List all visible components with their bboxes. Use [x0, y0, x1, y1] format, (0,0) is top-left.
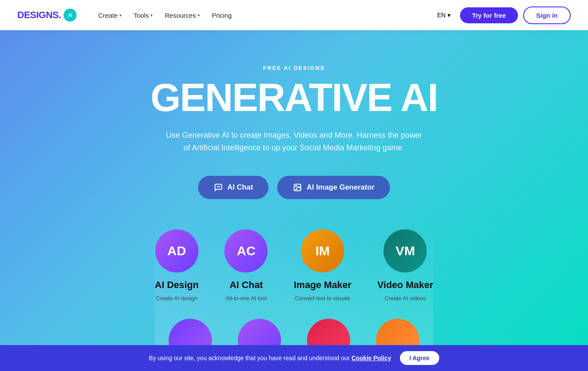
card-title-image-maker: Image Maker [294, 279, 351, 291]
chat-icon [214, 183, 223, 192]
image-icon [293, 183, 302, 192]
cookie-banner: By using our site, you acknowledge that … [0, 345, 588, 371]
card-subtitle-image-maker: Convert text to visuals [295, 295, 350, 301]
hero-buttons: AI Chat AI Image Generator [198, 176, 390, 199]
card-title-video-maker: Video Maker [377, 279, 433, 291]
cookie-text: By using our site, you acknowledge that … [149, 355, 391, 361]
ai-chat-button[interactable]: AI Chat [198, 176, 269, 199]
card-avatar-ad: AD [155, 229, 198, 273]
nav-items: Create ▾ Tools ▾ Resources ▾ Pricing [94, 9, 236, 22]
language-selector[interactable]: EN ▾ [433, 9, 454, 21]
chevron-down-icon: ▾ [447, 12, 451, 19]
hero-subtitle: Use Generative AI to create Images, Vide… [166, 129, 422, 154]
card-avatar-im: IM [301, 229, 344, 273]
sign-in-button[interactable]: Sign in [523, 6, 571, 24]
navbar: DESIGNS. AI Create ▾ Tools ▾ Resources ▾… [0, 0, 588, 30]
logo-ai-badge: AI [64, 9, 77, 22]
hero-tag: FREE AI DESIGNS [263, 65, 325, 71]
card-avatar-ac: AC [224, 229, 268, 273]
ai-image-generator-button[interactable]: AI Image Generator [277, 176, 390, 199]
card-video-maker[interactable]: VM Video Maker Create AI videos [377, 229, 433, 301]
svg-point-2 [296, 185, 297, 187]
nav-item-pricing[interactable]: Pricing [208, 9, 236, 22]
card-ai-design[interactable]: AD AI Design Create AI design [155, 229, 198, 301]
logo[interactable]: DESIGNS. AI [17, 9, 77, 22]
nav-item-resources[interactable]: Resources ▾ [160, 9, 204, 22]
nav-item-create[interactable]: Create ▾ [94, 9, 126, 22]
chevron-down-icon: ▾ [198, 13, 200, 18]
navbar-right: EN ▾ Try for free Sign in [433, 6, 571, 24]
card-avatar-vm: VM [383, 229, 427, 273]
card-title-ai-chat: AI Chat [230, 279, 263, 291]
card-subtitle-video-maker: Create AI videos [385, 295, 426, 301]
card-title-ai-design: AI Design [155, 279, 198, 291]
chevron-down-icon: ▾ [150, 13, 153, 18]
hero-section: FREE AI DESIGNS GENERATIVE AI Use Genera… [0, 30, 588, 371]
card-subtitle-ai-chat: All-in-one AI tool [226, 295, 267, 301]
cookie-policy-link[interactable]: Cookie Policy [352, 355, 391, 361]
navbar-left: DESIGNS. AI Create ▾ Tools ▾ Resources ▾… [17, 9, 236, 22]
cookie-agree-button[interactable]: I Agree [400, 351, 439, 365]
nav-item-tools[interactable]: Tools ▾ [129, 9, 157, 22]
hero-title: GENERATIVE AI [150, 78, 438, 117]
logo-text: DESIGNS. [17, 10, 61, 21]
cards-row: AD AI Design Create AI design AC AI Chat… [155, 229, 433, 301]
chevron-down-icon: ▾ [119, 13, 121, 18]
card-ai-chat[interactable]: AC AI Chat All-in-one AI tool [224, 229, 268, 301]
try-for-free-button[interactable]: Try for free [460, 7, 518, 23]
card-subtitle-ai-design: Create AI design [156, 295, 198, 301]
card-image-maker[interactable]: IM Image Maker Convert text to visuals [294, 229, 351, 301]
